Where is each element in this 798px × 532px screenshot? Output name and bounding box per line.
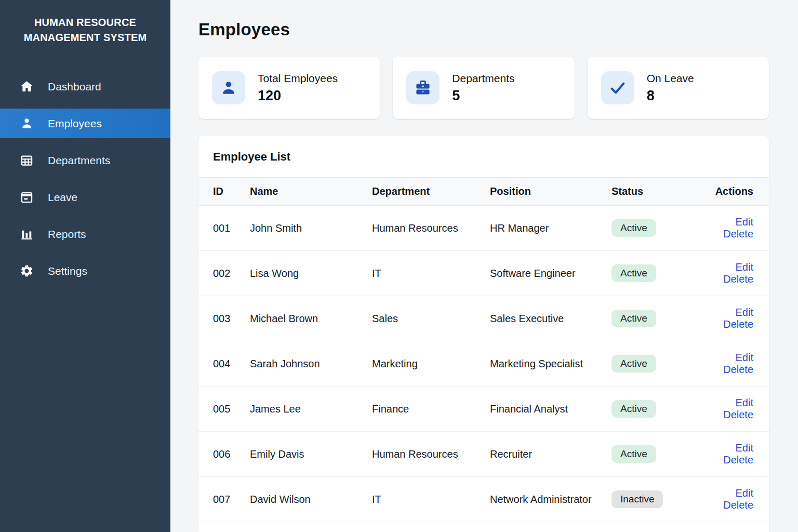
cell-name: Emma Taylor (250, 522, 372, 532)
calendar-icon (20, 190, 34, 204)
sidebar-item-leave[interactable]: Leave (0, 182, 170, 212)
table-row: 003 Michael Brown Sales Sales Executive … (198, 296, 769, 341)
table-row: 006 Emily Davis Human Resources Recruite… (198, 432, 769, 477)
sidebar: HUMAN RESOURCE MANAGEMENT SYSTEM Dashboa… (0, 0, 170, 532)
cell-name: Lisa Wong (250, 251, 372, 296)
stat-card-on-leave: On Leave 8 (588, 57, 769, 119)
stat-value: 5 (452, 88, 514, 104)
cell-status: Active (611, 296, 711, 341)
stat-card-total-employees: Total Employees 120 (198, 57, 380, 119)
cell-actions: Edit Delete (711, 206, 769, 251)
sidebar-item-departments[interactable]: Departments (0, 145, 170, 175)
employee-table-body: 001 John Smith Human Resources HR Manage… (198, 206, 769, 532)
cell-department: Marketing (372, 341, 490, 387)
person-icon (212, 71, 245, 104)
table-row: 007 David Wilson IT Network Administrato… (198, 477, 769, 522)
cell-department: IT (372, 251, 490, 296)
status-badge: Active (611, 445, 656, 463)
column-header-position: Position (490, 178, 611, 206)
status-badge: Inactive (611, 490, 663, 508)
cell-status: Active (611, 522, 711, 532)
cell-department: IT (372, 477, 490, 522)
stat-value: 120 (258, 88, 338, 104)
table-row: 005 James Lee Finance Financial Analyst … (198, 387, 769, 432)
table-row: 002 Lisa Wong IT Software Engineer Activ… (198, 251, 769, 296)
sidebar-item-label: Leave (48, 191, 77, 204)
cell-id: 008 (198, 522, 250, 532)
cell-name: John Smith (250, 206, 372, 251)
stat-label: Total Employees (258, 72, 338, 85)
cell-name: David Wilson (250, 477, 372, 522)
bar-chart-icon (20, 227, 34, 241)
delete-link[interactable]: Delete (723, 364, 753, 375)
column-header-name: Name (250, 178, 372, 206)
cell-status: Active (611, 251, 711, 296)
cell-id: 002 (198, 251, 250, 296)
edit-link[interactable]: Edit (736, 352, 753, 363)
cell-name: Emily Davis (250, 432, 372, 477)
cell-name: James Lee (250, 387, 372, 432)
gear-icon (20, 264, 34, 278)
cell-name: Michael Brown (250, 296, 372, 341)
cell-actions: Edit Delete (711, 387, 769, 432)
column-header-department: Department (372, 178, 490, 206)
delete-link[interactable]: Delete (723, 318, 753, 330)
cell-position: Recruiter (490, 432, 611, 477)
delete-link[interactable]: Delete (723, 454, 753, 466)
sidebar-item-label: Settings (48, 265, 87, 277)
edit-link[interactable]: Edit (736, 307, 753, 318)
cell-id: 005 (198, 387, 250, 432)
delete-link[interactable]: Delete (723, 273, 753, 285)
cell-actions: Edit Delete (711, 432, 769, 477)
cell-id: 006 (198, 432, 250, 477)
cell-department: Human Resources (372, 206, 490, 251)
sidebar-item-employees[interactable]: Employees (0, 109, 170, 138)
status-badge: Active (611, 400, 656, 418)
sidebar-item-reports[interactable]: Reports (0, 219, 170, 249)
cell-position: Project Manager (490, 522, 611, 532)
grid-icon (20, 153, 34, 167)
stat-text: On Leave 8 (647, 72, 694, 104)
stat-label: Departments (452, 72, 514, 85)
cell-actions: Edit Delete (711, 341, 769, 387)
cell-actions: Edit Delete (711, 522, 769, 532)
employee-list-card: Employee List ID Name Department Positio… (198, 136, 769, 532)
cell-id: 003 (198, 296, 250, 341)
stat-label: On Leave (647, 72, 694, 85)
column-header-status: Status (611, 178, 711, 206)
table-row: 001 John Smith Human Resources HR Manage… (198, 206, 769, 251)
stat-text: Departments 5 (452, 72, 514, 104)
sidebar-item-label: Dashboard (48, 81, 101, 93)
sidebar-item-dashboard[interactable]: Dashboard (0, 72, 170, 101)
stat-value: 8 (647, 88, 694, 104)
cell-actions: Edit Delete (711, 251, 769, 296)
table-row: 008 Emma Taylor Project Manager Project … (198, 522, 769, 532)
sidebar-item-label: Employees (48, 117, 102, 130)
cell-status: Active (611, 432, 711, 477)
cell-position: Sales Executive (490, 296, 611, 341)
delete-link[interactable]: Delete (723, 409, 753, 420)
delete-link[interactable]: Delete (723, 228, 753, 240)
stat-text: Total Employees 120 (258, 72, 338, 104)
cell-department: Finance (372, 387, 490, 432)
table-header-row: ID Name Department Position Status Actio… (198, 178, 769, 206)
cell-status: Inactive (611, 477, 711, 522)
app-title: HUMAN RESOURCE MANAGEMENT SYSTEM (10, 15, 160, 45)
sidebar-item-settings[interactable]: Settings (0, 256, 170, 286)
edit-link[interactable]: Edit (736, 397, 753, 408)
cell-status: Active (611, 206, 711, 251)
status-badge: Active (611, 355, 656, 373)
cell-actions: Edit Delete (711, 477, 769, 522)
delete-link[interactable]: Delete (723, 499, 753, 511)
edit-link[interactable]: Edit (736, 216, 753, 228)
sidebar-item-label: Reports (48, 228, 86, 241)
briefcase-icon (406, 71, 440, 104)
cell-status: Active (611, 387, 711, 432)
edit-link[interactable]: Edit (736, 261, 753, 273)
edit-link[interactable]: Edit (736, 487, 753, 499)
sidebar-item-label: Departments (48, 154, 110, 167)
cell-department: Project Manager (372, 522, 490, 532)
edit-link[interactable]: Edit (736, 442, 753, 454)
status-badge: Active (611, 264, 656, 282)
cell-position: Software Engineer (490, 251, 611, 296)
